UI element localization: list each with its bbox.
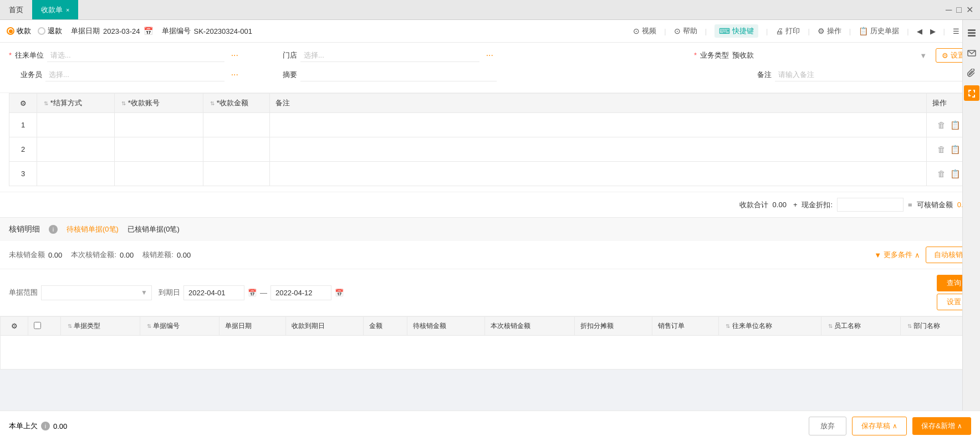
range-select[interactable] [41,285,152,300]
tab-receipt[interactable]: 收款单 × [32,0,78,19]
help-icon: ⊙ [674,27,681,35]
right-sidebar [962,20,980,441]
table-row: 2 🗑 📋 [9,137,971,162]
bottom-right: 放弃 保存草稿 ∧ 保存&新增 ∧ [809,417,971,435]
done-tab[interactable]: 已核销单据(0笔) [127,224,180,234]
print-btn[interactable]: 🖨 打印 [775,26,800,36]
this-time-stat: 本次核销金额: 0.00 [71,250,134,260]
remark-cell[interactable] [270,162,927,186]
row-3-copy-icon[interactable]: 📋 [950,169,961,179]
staff-more-btn[interactable]: ··· [228,70,242,80]
remark-cell[interactable] [270,137,927,162]
sidebar-table-icon[interactable] [964,25,979,41]
form-area: * 往来单位 ··· 门店 ··· * 业务类型 预收款 [0,43,980,93]
number-field: 单据编号 SK-20230324-001 [162,26,253,36]
sort-icon-number: ⇅ [147,323,151,329]
select-all-checkbox[interactable] [34,322,41,329]
sidebar-email-icon[interactable] [964,45,979,61]
bottom-left: 本单上欠 i 0.00 [9,421,67,431]
abandon-btn[interactable]: 放弃 [809,417,846,435]
operation-btn[interactable]: ⚙ 操作 [818,26,841,36]
shortcut-btn[interactable]: ⌨ 快捷键 [714,24,758,38]
summary-row: 收款合计 0.00 + 现金折扣: = 可核销金额 0.00 [0,192,980,217]
verification-info-icon[interactable]: i [49,225,58,234]
settlement-cell[interactable] [37,113,115,137]
amount-col-header2: 金额 [364,317,407,336]
window-max-icon[interactable]: □ [956,5,962,15]
settlement-cell[interactable] [37,137,115,162]
tab-bar-right: ─ □ ✕ [946,4,980,15]
discount-input[interactable] [837,198,904,212]
info-icon-bottom[interactable]: i [41,422,50,430]
operation-icon: ⚙ [818,27,825,35]
row-3-delete-icon[interactable]: 🗑 [937,169,946,179]
sidebar-attachment-icon[interactable] [964,65,979,81]
history-btn[interactable]: 📋 历史单据 [859,26,899,36]
detail-table: ⚙ ⇅ 单据类型 ⇅ 单据编号 单据日期 收款到期日 金额 [0,316,980,370]
business-type-dropdown-icon[interactable]: ▼ [920,52,927,60]
refund-radio-dot [38,27,45,35]
date-field: 单据日期 2023-03-24 📅 [71,26,153,36]
tab-close-icon[interactable]: × [66,7,69,13]
amount-cell[interactable] [203,113,270,137]
table-row: 3 🗑 📋 [9,162,971,186]
sort-icon-staff: ⇅ [828,323,833,329]
partner-input[interactable] [47,49,224,62]
table-row: 1 🗑 📋 [9,113,971,137]
list-view-icon[interactable]: ☰ [953,27,959,35]
settings-col-header[interactable]: ⚙ [9,94,37,113]
due-date-start-input[interactable] [183,285,244,300]
more-conditions-btn[interactable]: ▼ 更多条件 ∧ [874,250,920,260]
video-icon: ⊙ [633,27,640,35]
range-select-wrapper: ▼ [41,285,152,300]
account-cell[interactable] [115,162,203,186]
account-cell[interactable] [115,113,203,137]
date-end-calendar-icon[interactable]: 📅 [335,289,344,297]
receipt-radio-dot [7,27,14,35]
refund-radio[interactable]: 退款 [38,26,62,36]
window-close-icon[interactable]: ✕ [966,4,973,15]
save-new-arrow-icon: ∧ [957,422,962,430]
note-input[interactable] [775,68,971,81]
due-date-end-input[interactable] [270,285,331,300]
sort-icon-amount: ⇅ [210,100,215,106]
save-draft-arrow-icon: ∧ [892,422,897,430]
account-cell[interactable] [115,137,203,162]
save-new-btn[interactable]: 保存&新增 ∧ [912,417,971,435]
settlement-cell[interactable] [37,162,115,186]
amount-cell[interactable] [203,137,270,162]
bottom-bar: 本单上欠 i 0.00 放弃 保存草稿 ∧ 保存&新增 ∧ [0,411,980,441]
remark-cell[interactable] [270,113,927,137]
row-1-copy-icon[interactable]: 📋 [950,120,961,130]
help-btn[interactable]: ⊙ 帮助 [674,26,697,36]
summary-input[interactable] [300,68,497,81]
row-3-actions: 🗑 📋 [932,169,965,179]
amount-cell[interactable] [203,162,270,186]
staff-input[interactable] [45,68,224,81]
sort-icon-account: ⇅ [121,100,126,106]
date-calendar-icon[interactable]: 📅 [144,27,153,35]
row-1-delete-icon[interactable]: 🗑 [937,120,946,130]
discount-share-col-header: 折扣分摊额 [574,317,652,336]
detail-settings-icon[interactable]: ⚙ [11,322,18,330]
date-start-calendar-icon[interactable]: 📅 [248,289,257,297]
partner-more-btn[interactable]: ··· [228,50,242,60]
col-settings-icon[interactable]: ⚙ [20,99,27,107]
toolbar-right: ⊙ 视频 | ⊙ 帮助 | ⌨ 快捷键 | 🖨 打印 | ⚙ 操作 [633,24,973,38]
video-btn[interactable]: ⊙ 视频 [633,26,656,36]
row-2-delete-icon[interactable]: 🗑 [937,145,946,155]
window-min-icon[interactable]: ─ [946,5,952,15]
pending-tab[interactable]: 待核销单据(0笔) [67,224,119,234]
shop-input[interactable] [300,49,479,62]
save-draft-btn[interactable]: 保存草稿 ∧ [852,417,907,435]
nav-left-btn[interactable]: ◀ [917,27,922,35]
business-type-field: * 业务类型 预收款 ▼ [694,50,927,60]
row-2-copy-icon[interactable]: 📋 [950,145,961,155]
shop-more-btn[interactable]: ··· [483,50,497,60]
sidebar-expand-icon[interactable] [964,85,979,101]
nav-right-btn[interactable]: ▶ [930,27,936,35]
settings-gear-icon: ⚙ [942,52,948,60]
tab-home[interactable]: 首页 [0,0,32,19]
receipt-radio[interactable]: 收款 [7,26,31,36]
partner-field: * 往来单位 ··· [9,49,242,62]
